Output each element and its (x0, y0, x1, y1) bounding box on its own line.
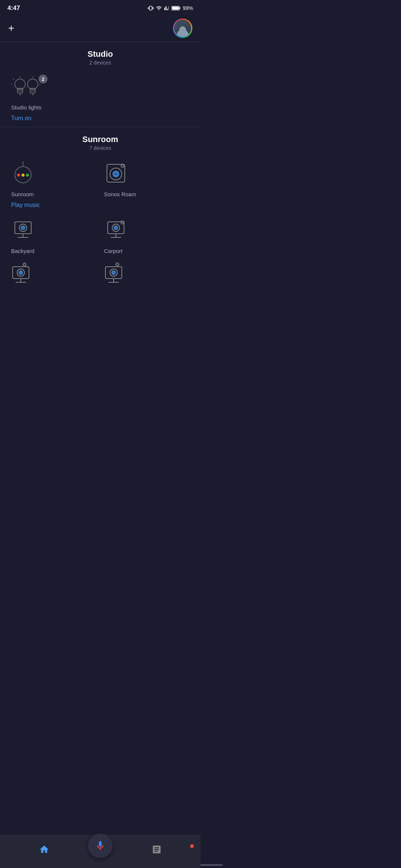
studio-devices: 2 Studio lights Turn on (0, 72, 200, 127)
battery-icon (172, 5, 180, 11)
sunroom-device-row-1: Sunroom Play music (0, 157, 200, 214)
svg-point-10 (27, 79, 38, 89)
svg-rect-2 (172, 7, 179, 10)
svg-line-76 (116, 263, 117, 264)
sunroom-room-title: Sunroom (0, 135, 200, 144)
svg-line-64 (23, 266, 24, 266)
status-icons: 99% (148, 5, 193, 11)
sunroom-device-row-2: Backyard (0, 214, 200, 257)
svg-line-49 (121, 224, 122, 224)
vibrate-icon (148, 5, 154, 11)
svg-point-71 (116, 263, 118, 266)
room-studio: Studio 2 devices (0, 42, 200, 127)
app-header: + (0, 15, 200, 42)
svg-point-38 (22, 227, 24, 228)
sonos-roam-icon-wrap (104, 161, 128, 187)
svg-line-61 (23, 263, 24, 264)
studio-room-title: Studio (0, 49, 200, 59)
svg-line-8 (13, 79, 14, 80)
camera-device-6-icon (104, 262, 128, 285)
sunroom-speaker-icon-wrap (11, 161, 35, 187)
sunroom-room-header: Sunroom 7 devices (0, 135, 200, 151)
sunroom-device-row-3 (0, 257, 200, 294)
backyard-camera-icon (11, 218, 35, 242)
svg-point-20 (22, 174, 25, 177)
sunroom-speaker-name: Sunroom (11, 191, 34, 197)
backyard-camera-name: Backyard (11, 248, 35, 254)
studio-lights-icon-wrap: 2 (11, 76, 45, 100)
svg-line-63 (26, 263, 26, 264)
svg-point-22 (121, 165, 124, 167)
svg-rect-1 (179, 7, 180, 9)
sonos-roam-item: Sonos Roam (100, 157, 193, 214)
camera-device-5-item (7, 257, 100, 294)
battery-level: 99% (183, 5, 193, 11)
svg-line-28 (124, 167, 124, 168)
svg-point-21 (26, 174, 29, 177)
play-music-button[interactable]: Play music (11, 200, 40, 211)
carport-camera-name: Carport (104, 248, 123, 254)
camera-device-6-icon-wrap (104, 262, 128, 287)
sonos-roam-name: Sonos Roam (104, 191, 136, 197)
svg-line-30 (121, 167, 122, 168)
room-sunroom: Sunroom 7 devices (0, 127, 200, 294)
sonos-roam-icon (104, 161, 128, 185)
camera-device-6-item (100, 257, 193, 294)
studio-lights-item: 2 Studio lights Turn on (7, 72, 193, 127)
wifi-icon (156, 5, 162, 11)
sunroom-google-home-item: Sunroom Play music (7, 157, 100, 214)
add-button[interactable]: + (8, 23, 14, 33)
svg-point-34 (114, 172, 117, 175)
studio-lights-name: Studio lights (11, 104, 42, 111)
status-bar: 4:47 99% (0, 0, 200, 15)
backyard-camera-item: Backyard (7, 214, 100, 257)
svg-line-79 (116, 266, 117, 266)
svg-point-83 (113, 272, 114, 273)
camera-device-5-icon (11, 262, 35, 285)
svg-point-53 (115, 227, 117, 228)
svg-line-62 (26, 266, 26, 266)
svg-line-78 (118, 263, 119, 264)
google-home-icon (11, 161, 35, 185)
studio-room-header: Studio 2 devices (0, 49, 200, 66)
svg-point-56 (23, 263, 26, 266)
carport-camera-icon-wrap (104, 218, 128, 243)
svg-point-68 (20, 272, 22, 273)
signal-icon (164, 5, 169, 11)
sunroom-device-count: 7 devices (0, 145, 200, 151)
studio-lights-badge: 2 (39, 75, 48, 83)
avatar[interactable] (173, 19, 192, 38)
svg-point-19 (17, 174, 20, 177)
backyard-camera-icon-wrap (11, 218, 35, 243)
svg-line-46 (121, 221, 122, 222)
camera-device-5-icon-wrap (11, 262, 35, 287)
svg-line-48 (124, 221, 124, 222)
studio-device-count: 2 devices (0, 60, 200, 66)
status-time: 4:47 (7, 4, 20, 12)
svg-line-77 (118, 266, 119, 266)
carport-camera-icon (104, 218, 128, 242)
svg-point-3 (15, 79, 25, 89)
carport-camera-item: Carport (100, 214, 193, 257)
studio-turn-on-button[interactable]: Turn on (11, 113, 32, 124)
